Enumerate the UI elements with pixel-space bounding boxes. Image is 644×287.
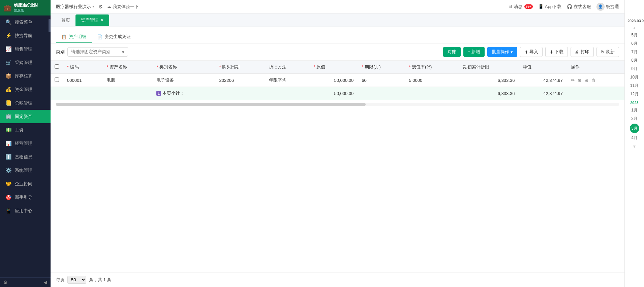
inner-tab-asset-detail[interactable]: 📋 资产明细: [56, 31, 92, 43]
row-net-value: 42,874.97: [519, 74, 567, 87]
sidebar-item-label: 系统管理: [15, 167, 32, 173]
delete-icon[interactable]: 🗑: [591, 77, 596, 83]
sidebar-item-ledger[interactable]: 📒 总账管理: [0, 96, 51, 110]
op-icons: ✏ ⊕ ⊞ 🗑: [571, 77, 620, 83]
month-5[interactable]: 5月: [625, 31, 644, 39]
subtotal-text: 本页小计：: [162, 90, 184, 96]
app-download-button[interactable]: 📱 App下载: [538, 4, 561, 10]
calendar-close-icon[interactable]: ✕: [642, 18, 644, 24]
per-page-select[interactable]: 50 10 20 100: [67, 276, 86, 284]
select-all-checkbox[interactable]: [55, 64, 59, 69]
month-12[interactable]: 12月: [625, 90, 644, 98]
duizhang-button[interactable]: 对账: [443, 47, 461, 57]
scroll-down-icon[interactable]: ▼: [633, 144, 637, 150]
header-residual-rate: 残值率(%): [405, 61, 459, 74]
row-depreciation-method: 年限平均: [265, 74, 309, 87]
edit-icon[interactable]: ✏: [571, 77, 575, 83]
month-7[interactable]: 7月: [625, 48, 644, 56]
inner-tab-generate-voucher[interactable]: 📄 变更生成凭证: [92, 31, 136, 43]
tab-home[interactable]: 首页: [56, 14, 75, 26]
sidebar-item-inventory[interactable]: 📦 库存核算: [0, 69, 51, 83]
row-checkbox-cell: [51, 74, 63, 87]
horizontal-scrollbar[interactable]: [56, 103, 619, 106]
sidebar-scroll: 🔍 搜索菜单 ⚡ 快捷导航 📈 销售管理 🛒 采购管理 📦 库存核算 💰 资金管…: [0, 15, 51, 277]
sidebar-item-quick-nav[interactable]: ⚡ 快捷导航: [0, 29, 51, 42]
month-6[interactable]: 6月: [625, 39, 644, 48]
header-operations: 操作: [567, 61, 624, 74]
sidebar-item-search[interactable]: 🔍 搜索菜单: [0, 15, 51, 29]
header-purchase-date: 购买日期: [215, 61, 265, 74]
sidebar-item-operations[interactable]: 📊 经营管理: [0, 137, 51, 150]
copy-icon[interactable]: ⊕: [578, 77, 582, 83]
sidebar-item-fixed-assets[interactable]: 🏢 固定资产: [0, 110, 51, 123]
header-accumulated-depreciation: 期初累计折旧: [459, 61, 519, 74]
sidebar-item-label: 销售管理: [15, 46, 32, 52]
sidebar-footer: ⚙ ◀: [0, 277, 51, 287]
experience-button[interactable]: ☁ 我要体验一下: [107, 4, 139, 10]
month-2[interactable]: 2月: [625, 115, 644, 123]
sidebar-item-purchase[interactable]: 🛒 采购管理: [0, 56, 51, 69]
sidebar-item-label: 快捷导航: [15, 33, 32, 39]
sidebar-item-app-center[interactable]: 📱 应用中心: [0, 204, 51, 218]
wage-icon: 💵: [5, 127, 11, 133]
category-filter[interactable]: 请选择固定资产类别 ▾: [67, 47, 128, 57]
topbar-right: 🖥 消息 99+ 📱 App下载 🎧 在线客服 👤 畅捷通: [508, 3, 619, 11]
row-checkbox[interactable]: [55, 77, 59, 82]
row-operations: ✏ ⊕ ⊞ 🗑: [567, 74, 624, 87]
sidebar-item-label: 搜索菜单: [15, 19, 32, 25]
row-accumulated-depreciation: 6,333.36: [459, 74, 519, 87]
sidebar-item-label: 经营管理: [15, 140, 32, 147]
settings-icon[interactable]: ⚙: [3, 280, 8, 285]
subtotal-empty-code: [63, 87, 102, 100]
close-tab-icon[interactable]: ✕: [100, 18, 104, 23]
sidebar: 💼 畅捷通好业财 普及版 🔍 搜索菜单 ⚡ 快捷导航 📈 销售管理 🛒 采购管理: [0, 0, 51, 287]
month-4[interactable]: 4月: [625, 134, 644, 142]
sidebar-item-payroll[interactable]: 💵 工资: [0, 123, 51, 137]
sidebar-item-label: 资金管理: [15, 87, 32, 93]
cloud-icon: ☁: [107, 4, 111, 9]
import-button[interactable]: ⬆ 导入: [520, 47, 543, 57]
company-selector[interactable]: 医疗器械行业演示 ▾: [56, 4, 94, 10]
month-9[interactable]: 9月: [625, 65, 644, 73]
subtotal-label-cell: Σ 本页小计：: [152, 87, 215, 100]
month-10[interactable]: 10月: [625, 73, 644, 82]
month-8[interactable]: 8月: [625, 56, 644, 65]
subtotal-empty-period: [358, 87, 405, 100]
collapse-sidebar-icon[interactable]: ◀: [43, 280, 47, 285]
topbar-gear-icon[interactable]: ⚙: [98, 4, 103, 10]
info-icon: ℹ️: [5, 154, 11, 160]
money-icon: 💰: [5, 87, 11, 93]
tab-asset-management[interactable]: 资产管理 ✕: [75, 14, 109, 26]
share-icon[interactable]: ⊞: [584, 77, 588, 83]
customer-service-button[interactable]: 🎧 在线客服: [567, 4, 591, 10]
sidebar-item-cooperation[interactable]: 🤝 企业协同: [0, 177, 51, 191]
print-button[interactable]: 🖨 打印: [571, 47, 594, 57]
ops-icon: 📊: [5, 140, 11, 147]
app-name: 畅捷通好业财: [14, 3, 38, 8]
batch-button[interactable]: 批量操作 ▾: [487, 47, 517, 57]
total-label: 条，共 1 条: [89, 277, 111, 283]
app-edition: 普及版: [14, 8, 38, 13]
user-menu[interactable]: 👤 畅捷通: [596, 3, 619, 11]
refresh-button[interactable]: ↻ 刷新: [596, 47, 619, 57]
month-11[interactable]: 11月: [625, 82, 644, 90]
sidebar-item-system[interactable]: ⚙️ 系统管理: [0, 164, 51, 177]
subtotal-empty-date: [215, 87, 265, 100]
message-icon: 🖥: [508, 4, 512, 9]
sidebar-item-basic-info[interactable]: ℹ️ 基础信息: [0, 150, 51, 164]
new-button[interactable]: + 新增: [463, 47, 485, 57]
building-icon: 🏢: [5, 114, 11, 120]
sidebar-item-fund[interactable]: 💰 资金管理: [0, 83, 51, 96]
messages-button[interactable]: 🖥 消息 99+: [508, 4, 533, 10]
month-1[interactable]: 1月: [625, 106, 644, 115]
sidebar-item-guide[interactable]: 🎯 新手引导: [0, 191, 51, 204]
month-3-active[interactable]: 3月: [630, 124, 639, 133]
import-label: 导入: [529, 49, 538, 55]
pagination: 每页 50 10 20 100 条，共 1 条: [51, 272, 624, 287]
subtotal-icon: Σ: [156, 91, 161, 96]
inner-tab-asset-detail-label: 资产明细: [69, 34, 86, 40]
sidebar-item-sales[interactable]: 📈 销售管理: [0, 42, 51, 56]
scroll-up-icon[interactable]: ▲: [633, 25, 637, 31]
row-purchase-date: 202206: [215, 74, 265, 87]
download-button[interactable]: ⬇ 下载: [545, 47, 568, 57]
